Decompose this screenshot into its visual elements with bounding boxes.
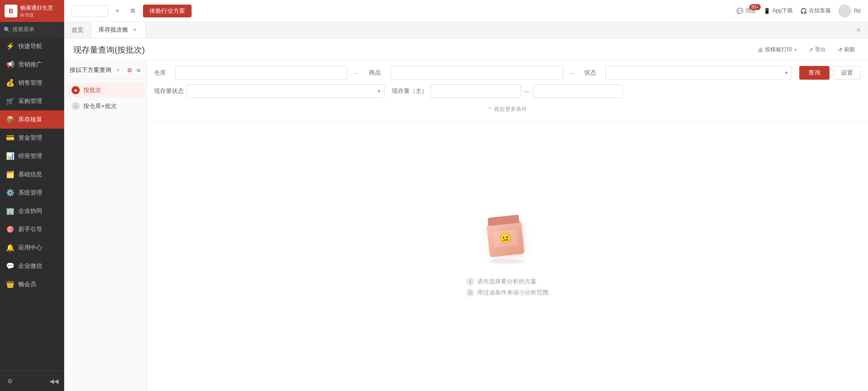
search-icon: 🔍 bbox=[4, 27, 11, 33]
empty-illustration: 😐 bbox=[480, 213, 535, 268]
stock-main-start-input[interactable] bbox=[430, 84, 521, 98]
action-buttons-row: 查询 设置 bbox=[799, 66, 861, 80]
message-button[interactable]: 💬 消息 99+ bbox=[736, 7, 756, 15]
sidebar-item-label-member: 畅会员 bbox=[18, 280, 36, 288]
sidebar-nav: ⚡ 快捷导航 📢 营销推广 💰 销售管理 🛒 采购管理 📦 库存核算 💳 资金管… bbox=[0, 37, 64, 370]
sidebar-item-marketing[interactable]: 📢 营销推广 bbox=[0, 55, 64, 74]
headset-icon: 🎧 bbox=[800, 8, 807, 14]
phone-icon: 📱 bbox=[764, 8, 770, 14]
sidebar-item-enterprise[interactable]: 🏢 企业协同 bbox=[0, 202, 64, 220]
tab-inventory-batch-close[interactable]: × bbox=[131, 26, 138, 33]
sidebar-item-icon-enterprise: 🏢 bbox=[5, 206, 15, 216]
status-select[interactable]: ▾ bbox=[605, 66, 792, 80]
warehouse-input[interactable] bbox=[175, 66, 348, 80]
topbar-dropdown-icon[interactable]: ▾ bbox=[112, 5, 123, 16]
sidebar-settings-button[interactable]: ⚙ bbox=[4, 375, 16, 387]
username-text: Rit bbox=[854, 8, 861, 14]
empty-tip-2: 2 用过滤条件来缩小分析范围 bbox=[466, 288, 549, 297]
stock-main-label: 现存量（主） bbox=[392, 87, 428, 95]
sidebar-item-system[interactable]: ⚙️ 系统管理 bbox=[0, 184, 64, 202]
sidebar-item-newbie[interactable]: 🎯 新手引导 bbox=[0, 220, 64, 239]
collapse-chevron-icon: ⌃ bbox=[488, 106, 492, 113]
sidebar-item-label-purchase: 采购管理 bbox=[18, 97, 42, 105]
topbar-search-input[interactable] bbox=[71, 5, 108, 17]
left-panel-header: 按以下方案查询 ＋ ⚙ « bbox=[64, 60, 146, 79]
add-scheme-button[interactable]: ＋ bbox=[113, 65, 123, 75]
filter-row-1: 仓库 ··· 商品 ··· 状态 bbox=[154, 66, 861, 80]
print-button[interactable]: 🖨 按模板打印 ▾ bbox=[754, 44, 800, 55]
sidebar-search-label: 搜索菜单 bbox=[12, 26, 34, 33]
left-panel-collapse-button[interactable]: « bbox=[137, 66, 141, 74]
app-download-button[interactable]: 📱 App下载 bbox=[764, 7, 793, 15]
sidebar-item-app-center[interactable]: 🔔 应用中心 bbox=[0, 239, 64, 257]
warehouse-more-button[interactable]: ··· bbox=[351, 67, 362, 78]
settings-button[interactable]: 设置 bbox=[833, 66, 861, 80]
empty-tips: 1 请先选择要分析的方案 2 用过滤条件来缩小分析范围 bbox=[466, 277, 549, 299]
sidebar-search[interactable]: 🔍 搜索菜单 bbox=[0, 22, 64, 37]
sidebar-footer: ⚙ ◀◀ bbox=[0, 370, 64, 391]
filter-row-2: 现存量状态 ▾ 现存量（主） — bbox=[154, 84, 861, 98]
collapse-more-button[interactable]: ⌃ 收起更多条件 bbox=[154, 103, 861, 116]
sidebar-item-icon-finance: 💳 bbox=[5, 133, 15, 142]
status-label: 状态 bbox=[584, 69, 603, 77]
sidebar-item-label-operations: 经营管理 bbox=[18, 152, 42, 160]
page-title: 现存量查询(按批次) bbox=[73, 44, 145, 55]
tab-home-label: 首页 bbox=[71, 26, 83, 34]
sidebar-item-finance[interactable]: 💳 资金管理 bbox=[0, 129, 64, 147]
sidebar-item-basic[interactable]: 🗂️ 基础信息 bbox=[0, 165, 64, 184]
stock-status-select[interactable]: ▾ bbox=[187, 84, 385, 98]
page-header: 现存量查询(按批次) 🖨 按模板打印 ▾ ↗ 导出 ↺ 刷新 bbox=[64, 38, 868, 60]
export-icon: ↗ bbox=[808, 47, 813, 53]
sidebar-header: B 畅康通好生意 标准版 bbox=[0, 0, 64, 22]
online-service-button[interactable]: 🎧 在线客服 bbox=[800, 7, 831, 15]
sidebar-item-label-enterprise: 企业协同 bbox=[18, 207, 42, 215]
sidebar-item-member[interactable]: 👑 畅会员 bbox=[0, 275, 64, 293]
message-icon: 💬 bbox=[736, 8, 743, 14]
filter-section: 仓库 ··· 商品 ··· 状态 bbox=[147, 60, 868, 122]
tab-inventory-batch[interactable]: 库存批次账 × bbox=[91, 22, 146, 38]
status-filter: 状态 ▾ bbox=[584, 66, 792, 80]
export-button[interactable]: ↗ 导出 bbox=[805, 44, 830, 55]
tip-text-2: 用过滤条件来缩小分析范围 bbox=[477, 288, 549, 297]
topbar-gear-button[interactable]: ⚙ bbox=[126, 5, 139, 17]
user-menu[interactable]: Rit bbox=[838, 5, 861, 17]
scheme-label-by-warehouse-batch: 按仓库+批次 bbox=[83, 102, 117, 110]
refresh-button[interactable]: ↺ 刷新 bbox=[834, 44, 859, 55]
sidebar-item-wechat[interactable]: 💬 企业微信 bbox=[0, 257, 64, 275]
tab-home[interactable]: 首页 bbox=[64, 22, 91, 38]
sidebar-item-icon-inventory: 📦 bbox=[5, 115, 15, 124]
query-button[interactable]: 查询 bbox=[799, 66, 830, 80]
app-logo: B bbox=[5, 5, 17, 17]
sidebar-item-sales[interactable]: 💰 销售管理 bbox=[0, 74, 64, 92]
tip-number-1: 1 bbox=[466, 277, 474, 286]
stock-main-end-input[interactable] bbox=[533, 84, 623, 98]
sidebar-item-icon-app-center: 🔔 bbox=[5, 243, 15, 252]
sidebar-item-inventory[interactable]: 📦 库存核算 bbox=[0, 110, 64, 129]
sidebar-item-label-finance: 资金管理 bbox=[18, 134, 42, 142]
sidebar-item-quick-nav[interactable]: ⚡ 快捷导航 bbox=[0, 37, 64, 55]
tab-close-global[interactable]: × bbox=[853, 26, 864, 34]
warehouse-label: 仓库 bbox=[154, 69, 172, 77]
scheme-settings-button[interactable]: ⚙ bbox=[125, 65, 135, 75]
product-more-button[interactable]: ··· bbox=[566, 67, 577, 78]
sidebar-item-purchase[interactable]: 🛒 采购管理 bbox=[0, 92, 64, 110]
status-select-arrow: ▾ bbox=[785, 70, 788, 76]
refresh-label: 刷新 bbox=[844, 46, 855, 54]
sidebar-item-label-marketing: 营销推广 bbox=[18, 60, 42, 69]
app-name: 畅康通好生意 bbox=[20, 4, 53, 12]
product-input[interactable] bbox=[390, 66, 563, 80]
sidebar-item-icon-quick-nav: ⚡ bbox=[5, 42, 15, 51]
stock-status-arrow: ▾ bbox=[378, 88, 380, 94]
trial-button[interactable]: 体验行业方案 bbox=[143, 5, 192, 17]
sidebar-item-icon-newbie: 🎯 bbox=[5, 225, 15, 234]
sidebar-item-operations[interactable]: 📊 经营管理 bbox=[0, 147, 64, 165]
scheme-item-by-warehouse-batch[interactable]: ○ 按仓库+批次 bbox=[66, 98, 144, 114]
warehouse-filter: 仓库 ··· bbox=[154, 66, 362, 80]
tabbar: 首页 库存批次账 × × bbox=[64, 22, 868, 38]
scheme-item-by-batch[interactable]: ● 按批次 bbox=[66, 82, 144, 98]
range-separator: — bbox=[524, 88, 530, 95]
print-dropdown-icon[interactable]: ▾ bbox=[794, 47, 797, 52]
sidebar-item-label-basic: 基础信息 bbox=[18, 170, 42, 179]
sidebar-collapse-button[interactable]: ◀◀ bbox=[48, 375, 60, 387]
product-filter: 商品 ··· bbox=[369, 66, 577, 80]
